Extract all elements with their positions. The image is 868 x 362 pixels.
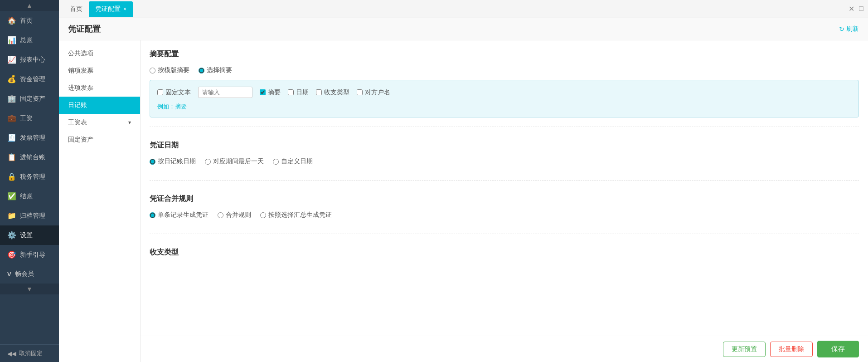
refresh-button[interactable]: ↻ 刷新 — [839, 25, 859, 33]
radio-diary-date[interactable]: 按日记账日期 — [150, 157, 196, 166]
sidebar-label-trade: 进销台账 — [20, 153, 45, 161]
checkbox-counterpart[interactable]: 对方户名 — [357, 88, 390, 97]
radio-custom-date[interactable]: 自定义日期 — [273, 157, 313, 166]
sidebar-label-settings: 设置 — [20, 231, 33, 240]
sidebar-unpin-button[interactable]: ◀◀ 取消固定 — [0, 344, 59, 362]
sidebar-label-guide: 新手引导 — [20, 251, 45, 259]
left-nav-public[interactable]: 公共选项 — [59, 45, 140, 62]
save-button[interactable]: 保存 — [817, 341, 859, 357]
sidebar-scroll-down[interactable]: ▼ — [0, 284, 59, 294]
sidebar-item-invoice[interactable]: 🧾 发票管理 — [0, 128, 59, 147]
sidebar-item-guide[interactable]: 🎯 新手引导 — [0, 245, 59, 264]
tab-window-actions: ✕ □ — [849, 5, 863, 13]
left-nav-payroll-label: 工资表 — [68, 118, 87, 127]
guide-icon: 🎯 — [7, 250, 16, 259]
main-area: 首页 凭证配置 × ✕ □ 凭证配置 ↻ 刷新 公共选项 销项发票 进 — [59, 0, 868, 362]
tab-voucher-config[interactable]: 凭证配置 × — [89, 1, 133, 17]
salary-icon: 💼 — [7, 114, 16, 122]
radio-period-last-day-label: 对应期间最后一天 — [213, 157, 264, 166]
sidebar-label-home: 首页 — [20, 17, 33, 25]
sidebar-item-report[interactable]: 📈 报表中心 — [0, 50, 59, 69]
tab-home-label: 首页 — [70, 5, 82, 13]
window-max-icon[interactable]: □ — [859, 5, 863, 13]
left-nav-diary-label: 日记账 — [68, 101, 87, 109]
radio-summary-voucher[interactable]: 按照选择汇总生成凭证 — [260, 211, 332, 219]
radio-select-summary[interactable]: 选择摘要 — [199, 66, 232, 74]
summary-config-section: 摘要配置 按模版摘要 选择摘要 固定文本 — [150, 49, 859, 127]
report-icon: 📈 — [7, 55, 16, 64]
ledger-icon: 📊 — [7, 36, 16, 44]
radio-single-record[interactable]: 单条记录生成凭证 — [150, 211, 209, 219]
sidebar-item-close[interactable]: ✅ 结账 — [0, 186, 59, 206]
radio-diary-date-label: 按日记账日期 — [158, 157, 196, 166]
summary-checkbox-row: 固定文本 摘要 日期 收支类型 — [157, 87, 851, 98]
sidebar-bottom-label: 取消固定 — [19, 349, 43, 357]
window-close-icon[interactable]: ✕ — [849, 5, 854, 13]
archive-icon: 📁 — [7, 211, 16, 220]
page-title: 凭证配置 — [68, 24, 101, 34]
sidebar-label-ledger: 总账 — [20, 36, 33, 44]
sidebar-label-fund: 资金管理 — [20, 75, 45, 83]
fund-icon: 💰 — [7, 75, 16, 83]
fixed-text-input[interactable] — [198, 87, 252, 98]
checkbox-fixed-text[interactable]: 固定文本 — [157, 88, 191, 97]
left-nav-diary[interactable]: 日记账 — [59, 97, 140, 114]
sidebar-label-report: 报表中心 — [20, 56, 45, 64]
chevron-down-icon: ▾ — [128, 119, 131, 126]
left-nav-purchase-invoice[interactable]: 进项发票 — [59, 79, 140, 97]
merge-rules-title: 凭证合并规则 — [150, 194, 859, 204]
tab-home[interactable]: 首页 — [63, 1, 89, 17]
radio-merge-rule[interactable]: 合并规则 — [218, 211, 251, 219]
bottom-action-bar: 更新预置 批量删除 保存 — [141, 336, 868, 362]
sidebar-item-member[interactable]: V 畅会员 — [0, 264, 59, 284]
summary-radio-group: 按模版摘要 选择摘要 — [150, 66, 859, 74]
sidebar-label-close: 结账 — [20, 192, 33, 201]
left-nav-fixed-label: 固定资产 — [68, 136, 93, 144]
left-nav-public-label: 公共选项 — [68, 49, 93, 58]
merge-rules-section: 凭证合并规则 单条记录生成凭证 合并规则 按照选择汇总生成凭证 — [150, 194, 859, 234]
member-icon: V — [7, 271, 11, 278]
unpin-icon: ◀◀ — [7, 350, 16, 357]
page-header: 凭证配置 ↻ 刷新 — [59, 18, 868, 40]
left-nav-purchase-label: 进项发票 — [68, 84, 93, 92]
summary-config-title: 摘要配置 — [150, 49, 859, 59]
sidebar-label-salary: 工资 — [20, 114, 33, 122]
left-nav-payroll[interactable]: 工资表 ▾ — [59, 114, 140, 131]
summary-config-box: 固定文本 摘要 日期 收支类型 — [150, 80, 859, 117]
merge-rules-radio-group: 单条记录生成凭证 合并规则 按照选择汇总生成凭证 — [150, 211, 859, 219]
tax-icon: 🔒 — [7, 172, 16, 181]
sidebar-item-ledger[interactable]: 📊 总账 — [0, 30, 59, 50]
sidebar-item-asset[interactable]: 🏢 固定资产 — [0, 89, 59, 108]
checkbox-summary-label: 摘要 — [268, 88, 281, 97]
radio-custom-date-label: 自定义日期 — [281, 157, 313, 166]
left-nav-fixed-assets[interactable]: 固定资产 — [59, 131, 140, 148]
sidebar-item-salary[interactable]: 💼 工资 — [0, 108, 59, 128]
checkbox-date-label: 日期 — [296, 88, 309, 97]
sidebar-item-archive[interactable]: 📁 归档管理 — [0, 206, 59, 225]
close-acct-icon: ✅ — [7, 192, 16, 201]
radio-template-summary[interactable]: 按模版摘要 — [150, 66, 189, 74]
radio-template-label: 按模版摘要 — [158, 66, 189, 74]
sidebar-item-settings[interactable]: ⚙️ 设置 — [0, 225, 59, 245]
sidebar-label-member: 畅会员 — [15, 270, 34, 278]
sidebar-item-home[interactable]: 🏠 首页 — [0, 11, 59, 30]
voucher-date-radio-group: 按日记账日期 对应期间最后一天 自定义日期 — [150, 157, 859, 166]
update-preview-button[interactable]: 更新预置 — [723, 342, 766, 357]
checkbox-summary[interactable]: 摘要 — [260, 88, 281, 97]
tab-close-icon[interactable]: × — [123, 6, 126, 12]
tab-voucher-label: 凭证配置 — [95, 5, 121, 13]
content-area: 公共选项 销项发票 进项发票 日记账 工资表 ▾ 固定资产 摘要配置 — [59, 40, 868, 362]
sidebar-item-trade[interactable]: 📋 进销台账 — [0, 147, 59, 167]
radio-period-last-day[interactable]: 对应期间最后一天 — [205, 157, 264, 166]
voucher-date-title: 凭证日期 — [150, 141, 859, 150]
left-nav-sales-invoice[interactable]: 销项发票 — [59, 62, 140, 79]
batch-delete-button[interactable]: 批量删除 — [770, 342, 813, 357]
checkbox-fixed-text-label: 固定文本 — [165, 88, 191, 97]
sidebar-item-fund[interactable]: 💰 资金管理 — [0, 69, 59, 89]
sidebar-item-tax[interactable]: 🔒 税务管理 — [0, 167, 59, 186]
left-nav-sales-label: 销项发票 — [68, 67, 93, 75]
checkbox-date[interactable]: 日期 — [288, 88, 309, 97]
checkbox-income-type[interactable]: 收支类型 — [316, 88, 349, 97]
sidebar-scroll-up[interactable]: ▲ — [0, 0, 59, 11]
refresh-icon: ↻ — [839, 25, 844, 33]
